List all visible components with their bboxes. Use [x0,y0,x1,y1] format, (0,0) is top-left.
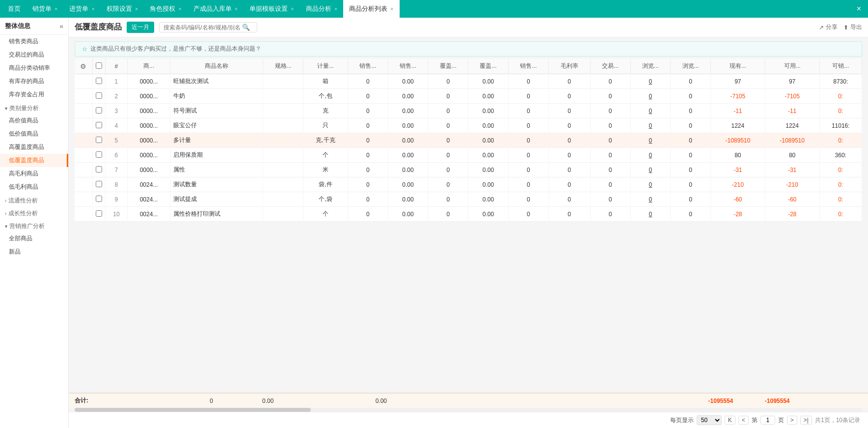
td-num-4: 5 [105,133,128,148]
td-sales2-0: 0.00 [388,74,428,89]
nav-role-auth[interactable]: 角色授权 × [144,0,187,18]
nav-purchase[interactable]: 进货单 × [63,0,100,18]
sidebar-item-low-gross[interactable]: 低毛利商品 [0,180,68,194]
nav-product-analysis-list[interactable]: 商品分析列表 × [343,0,399,18]
sidebar-item-category-turnover[interactable]: 商品分类动销率 [0,61,68,75]
td-current-3: 1224 [710,118,765,133]
sidebar-item-high-coverage[interactable]: 高覆盖度商品 [0,141,68,154]
td-cover1-6: 0 [428,163,468,177]
last-page-btn[interactable]: >| [800,416,812,425]
row-checkbox-8[interactable] [96,196,102,202]
search-icon[interactable]: 🔍 [242,24,250,31]
sidebar-section-growth[interactable]: › 成长性分析 [0,206,68,219]
horizontal-scrollbar[interactable] [75,408,862,412]
td-browse1-2[interactable]: 0 [630,104,671,118]
td-browse1-8[interactable]: 0 [630,192,671,207]
td-checkbox-4[interactable] [92,133,105,148]
section-arrow-category: ▾ [5,106,7,111]
td-cover2-6: 0.00 [468,163,509,177]
th-num: # [105,58,128,74]
td-sales1-5: 0 [348,148,388,163]
share-btn[interactable]: ↗ 分享 [819,23,838,31]
scroll-thumb[interactable] [75,408,311,412]
sidebar-item-sales-goods[interactable]: 销售类商品 [0,35,68,48]
row-checkbox-4[interactable] [96,137,102,143]
sidebar-item-all-goods[interactable]: 全部商品 [0,232,68,245]
sidebar-item-new-goods[interactable]: 新品 [0,245,68,258]
next-page-btn[interactable]: > [787,416,797,425]
row-checkbox-9[interactable] [96,210,102,217]
row-checkbox-3[interactable] [96,122,102,128]
row-checkbox-2[interactable] [96,107,102,114]
sidebar-item-low-value[interactable]: 低价值商品 [0,127,68,141]
sidebar-item-low-coverage[interactable]: 低覆盖度商品 [0,154,68,167]
th-settings[interactable]: ⚙ [75,58,92,74]
prev-page-btn[interactable]: < [738,416,749,425]
nav-product-warehouse-close[interactable]: × [235,6,238,12]
td-checkbox-0[interactable] [92,74,105,89]
sidebar-item-traded-goods[interactable]: 交易过的商品 [0,48,68,61]
td-checkbox-3[interactable] [92,118,105,133]
nav-product-analysis-close[interactable]: × [334,6,337,12]
nav-product-analysis-list-close[interactable]: × [390,6,393,12]
sidebar-section-marketing[interactable]: ▾ 营销推广分析 [0,219,68,232]
td-browse1-5[interactable]: 0 [630,148,671,163]
td-browse1-9[interactable]: 0 [630,207,671,222]
row-checkbox-6[interactable] [96,166,102,172]
td-cover2-5: 0.00 [468,148,509,163]
sidebar-item-high-value[interactable]: 高价值商品 [0,114,68,127]
row-checkbox-5[interactable] [96,151,102,158]
export-btn[interactable]: ⬆ 导出 [843,23,862,31]
page-size-select[interactable]: 50 100 200 [697,415,722,425]
td-browse1-0[interactable]: 0 [630,74,671,89]
nav-product-warehouse[interactable]: 产成品入库单 × [188,0,244,18]
td-cover1-9: 0 [428,207,468,222]
main-layout: 整体信息 « 销售类商品 交易过的商品 商品分类动销率 有库存的商品 库存资金占… [0,18,868,428]
nav-permissions[interactable]: 权限设置 × [101,0,144,18]
td-browse1-4[interactable]: 0 [630,133,671,148]
td-spec-9 [263,207,303,222]
table-container[interactable]: ⚙ # 商... 商品名称 规格... 计量... 销售... 销售... 覆盖… [69,58,868,393]
nav-home[interactable]: 首页 [2,0,27,18]
td-browse1-1[interactable]: 0 [630,89,671,104]
nav-close-all[interactable]: × [852,4,866,13]
first-page-btn[interactable]: K [725,416,735,425]
search-input[interactable] [163,24,242,31]
td-browse1-3[interactable]: 0 [630,118,671,133]
td-checkbox-8[interactable] [92,192,105,207]
td-checkbox-9[interactable] [92,207,105,222]
td-code-4: 0000... [128,133,170,148]
page-input[interactable] [760,416,775,425]
td-checkbox-1[interactable] [92,89,105,104]
row-checkbox-7[interactable] [96,181,102,187]
td-sales3-9: 0 [508,207,548,222]
sidebar-item-stock-capital[interactable]: 库存资金占用 [0,88,68,101]
td-browse1-7[interactable]: 0 [630,177,671,192]
nav-permissions-close[interactable]: × [135,6,138,12]
td-checkbox-5[interactable] [92,148,105,163]
nav-sales-order-close[interactable]: × [54,6,57,12]
nav-product-analysis[interactable]: 商品分析 × [300,0,343,18]
section-arrow-growth: › [5,211,6,216]
settings-icon[interactable]: ⚙ [80,62,86,70]
select-all-checkbox[interactable] [96,62,102,69]
sidebar-item-stock-goods[interactable]: 有库存的商品 [0,75,68,88]
td-checkbox-6[interactable] [92,163,105,177]
sidebar-section-category[interactable]: ▾ 类别量分析 [0,101,68,114]
td-checkbox-7[interactable] [92,177,105,192]
footer-current: -1095554 [692,398,749,404]
nav-role-auth-close[interactable]: × [178,6,181,12]
time-filter-btn[interactable]: 近一月 [127,22,154,33]
td-checkbox-2[interactable] [92,104,105,118]
nav-sales-order[interactable]: 销货单 × [27,0,63,18]
nav-template-settings-close[interactable]: × [291,6,294,12]
row-checkbox-1[interactable] [96,92,102,99]
sidebar-collapse-btn[interactable]: « [59,22,63,30]
sidebar-section-circulation[interactable]: › 流通性分析 [0,194,68,206]
td-browse1-6[interactable]: 0 [630,163,671,177]
nav-purchase-close[interactable]: × [91,6,94,12]
sidebar-item-high-gross[interactable]: 高毛利商品 [0,167,68,180]
row-checkbox-0[interactable] [96,78,102,84]
td-trade-4: 0 [590,133,630,148]
nav-template-settings[interactable]: 单据模板设置 × [244,0,299,18]
